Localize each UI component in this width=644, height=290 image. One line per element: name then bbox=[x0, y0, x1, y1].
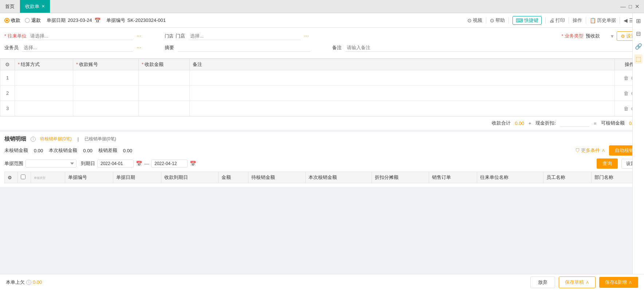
right-sidebar: ⊞ ⊟ 🔗 ⬚ bbox=[632, 13, 644, 274]
draft-btn[interactable]: 保存草稿 ∧ bbox=[559, 277, 596, 288]
due-date-to-calendar-icon[interactable]: 📅 bbox=[190, 161, 196, 166]
verify-right-actions: ⛉ 更多条件 ∧ 自动核销 bbox=[575, 145, 640, 156]
row-2-remark-input[interactable] bbox=[190, 86, 614, 101]
bottom-gear-icon[interactable]: ⚙ bbox=[8, 175, 12, 180]
due-label: 到期日 bbox=[81, 160, 95, 167]
row-2-settle-input[interactable] bbox=[15, 86, 73, 101]
due-date-from-calendar-icon[interactable]: 📅 bbox=[136, 161, 142, 166]
close-button[interactable]: ✕ bbox=[635, 3, 640, 10]
radio-refund[interactable]: 退款 bbox=[25, 17, 41, 24]
prev-layout-icon[interactable]: ◀ bbox=[624, 17, 628, 23]
row-3-settle-input[interactable] bbox=[15, 101, 73, 116]
print-btn[interactable]: 🖨 打印 bbox=[549, 17, 565, 24]
stat1-value: 0.00 bbox=[34, 148, 43, 153]
operation-btn[interactable]: 操作 bbox=[573, 17, 582, 24]
save-btn[interactable]: 保存&新增 ∧ bbox=[599, 277, 638, 288]
top-toolbar: 收款 退款 单据日期 2023-03-24 📅 单据编号 SK-20230324… bbox=[0, 13, 644, 28]
divider3 bbox=[545, 17, 546, 24]
summary-equals: = bbox=[594, 121, 597, 126]
shortcut-btn[interactable]: ⌨ 快捷键 bbox=[513, 16, 542, 25]
counterpart-input[interactable] bbox=[29, 32, 133, 40]
maximize-button[interactable]: □ bbox=[629, 3, 632, 9]
table-gear-icon[interactable]: ⚙ bbox=[5, 62, 10, 67]
stat3-label: 核销差额 bbox=[98, 147, 117, 154]
operation-label: 操作 bbox=[573, 17, 582, 24]
print-label: 打印 bbox=[555, 17, 565, 24]
history-btn[interactable]: 📋 历史单据 bbox=[590, 17, 616, 24]
date-label: 单据日期 bbox=[47, 17, 66, 24]
number-field-group: 单据编号 SK-20230324-001 bbox=[106, 17, 166, 24]
col-gear-bottom: ⚙ bbox=[5, 172, 18, 183]
radio-receive[interactable]: 收款 bbox=[4, 17, 20, 24]
row-3-delete-icon[interactable]: 🗑 bbox=[624, 106, 629, 111]
verify-section: 核销明细 i 待核销单据(0笔) | 已核销单据(0笔) 未核销金额 0.00 … bbox=[0, 132, 644, 187]
abandon-btn[interactable]: 放弃 bbox=[530, 277, 555, 288]
store-input[interactable] bbox=[189, 32, 301, 40]
row-3-remark-input[interactable] bbox=[190, 101, 614, 116]
radio-receive-label: 收款 bbox=[11, 17, 20, 24]
store-more-btn[interactable]: ··· bbox=[303, 33, 310, 39]
print-icon: 🖨 bbox=[549, 17, 554, 23]
footer-prev-next-value: 0.00 bbox=[33, 279, 42, 285]
row-3-amount-input[interactable] bbox=[139, 101, 189, 116]
select-all-checkbox[interactable] bbox=[21, 175, 25, 179]
discount-input[interactable] bbox=[560, 119, 589, 127]
col-date-header: 单据日期 bbox=[113, 172, 161, 183]
verify-tab-pending[interactable]: 待核销单据(0笔) bbox=[40, 136, 72, 142]
row-1-remark bbox=[190, 70, 615, 86]
date-calendar-icon[interactable]: 📅 bbox=[94, 17, 101, 23]
row-2-delete-icon[interactable]: 🗑 bbox=[624, 90, 629, 96]
help-icon: ⊙ bbox=[490, 17, 494, 23]
query-btn[interactable]: 查询 bbox=[597, 158, 618, 169]
stat1-label: 未核销金额 bbox=[4, 147, 28, 154]
minimize-button[interactable]: — bbox=[620, 3, 626, 9]
verify-info-icon[interactable]: i bbox=[31, 137, 36, 142]
video-btn[interactable]: ⊙ 视频 bbox=[467, 17, 482, 24]
summary-label3: 可核销金额 bbox=[601, 120, 625, 126]
col-discount-header: 折扣分摊额 bbox=[372, 172, 429, 183]
help-btn[interactable]: ⊙ 帮助 bbox=[490, 17, 505, 24]
sidebar-icon-4[interactable]: ⬚ bbox=[634, 54, 643, 63]
due-date-from-input[interactable] bbox=[97, 160, 134, 168]
sidebar-icon-3[interactable]: 🔗 bbox=[633, 42, 644, 51]
verify-tab-done[interactable]: 已核销单据(0笔) bbox=[85, 136, 116, 142]
row-1-amount-input[interactable] bbox=[139, 70, 189, 85]
date-value[interactable]: 2023-03-24 bbox=[68, 17, 92, 23]
form-row-2: 业务员 ··· 摘要 备注 bbox=[4, 44, 640, 52]
row-1-account-input[interactable] bbox=[73, 70, 138, 85]
row-1-settle-input[interactable] bbox=[15, 70, 73, 85]
summary-field: 摘要 bbox=[165, 44, 310, 52]
footer-info-icon[interactable]: i bbox=[26, 280, 31, 285]
range-select[interactable] bbox=[25, 160, 76, 168]
summary-plus: + bbox=[529, 121, 531, 126]
radio-group: 收款 退款 bbox=[4, 17, 41, 24]
counterpart-more-btn[interactable]: ··· bbox=[135, 33, 143, 39]
row-3-num: 3 bbox=[0, 101, 15, 116]
remark-input[interactable] bbox=[345, 44, 640, 52]
sidebar-icon-2[interactable]: ⊟ bbox=[635, 29, 642, 39]
row-2-amount-input[interactable] bbox=[139, 86, 189, 101]
col-current-header: 本次核销金额 bbox=[306, 172, 372, 183]
staff-input[interactable] bbox=[22, 44, 133, 52]
row-2-account-input[interactable] bbox=[73, 86, 138, 101]
staff-more-btn[interactable]: ··· bbox=[135, 44, 143, 51]
col-pending-header: 待核销金额 bbox=[248, 172, 306, 183]
tab-home[interactable]: 首页 bbox=[0, 0, 20, 13]
tab-receipt[interactable]: 收款单 ✕ bbox=[20, 0, 50, 13]
col-settle-header: * 结算方式 bbox=[15, 59, 73, 70]
radio-refund-dot bbox=[25, 18, 30, 23]
stat3-value: 0.00 bbox=[123, 148, 132, 153]
history-label: 历史单据 bbox=[597, 17, 616, 24]
tab-receipt-close[interactable]: ✕ bbox=[42, 4, 45, 9]
business-type-dropdown-icon[interactable]: ▼ bbox=[610, 34, 614, 39]
form-area: 往来单位 ··· 门店 门店 ··· * 业务类型 预收款 ▼ ⚙ 设置 业务员… bbox=[0, 28, 644, 59]
tab-bar: 首页 收款单 ✕ — □ ✕ bbox=[0, 0, 644, 13]
row-3-account-input[interactable] bbox=[73, 101, 138, 116]
sidebar-icon-1[interactable]: ⊞ bbox=[635, 16, 642, 26]
summary-input[interactable] bbox=[178, 44, 310, 52]
history-icon: 📋 bbox=[590, 17, 596, 23]
row-1-delete-icon[interactable]: 🗑 bbox=[624, 75, 629, 81]
due-date-to-input[interactable] bbox=[151, 160, 188, 168]
filter-more-btn[interactable]: ⛉ 更多条件 ∧ bbox=[575, 147, 605, 154]
row-1-remark-input[interactable] bbox=[190, 70, 614, 85]
